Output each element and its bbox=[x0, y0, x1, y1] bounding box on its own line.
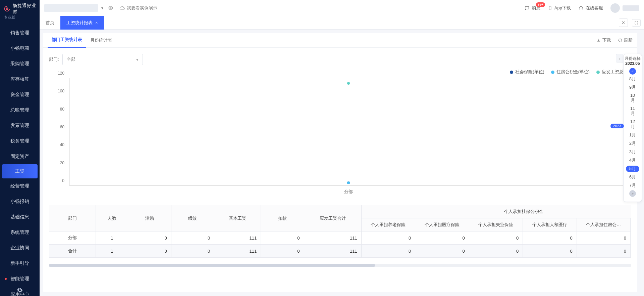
salary-table: 部门人数津贴绩效基本工资扣款应发工资合计个人承担社保公积金个人承担养老保险个人承… bbox=[49, 205, 631, 258]
sidebar-item[interactable]: 销售管理 bbox=[0, 25, 40, 41]
table-cell: 0 bbox=[361, 245, 415, 258]
legend-item[interactable]: 社会保险(单位) bbox=[510, 69, 544, 75]
sidebar-item-label: 发票管理 bbox=[10, 123, 29, 129]
sidebar-item-label: 企业协同 bbox=[10, 245, 29, 251]
sidebar-item[interactable]: 基础信息 bbox=[0, 209, 40, 225]
month-panel-current: 2023.05 bbox=[624, 61, 642, 66]
sidebar-item[interactable]: 发票管理 bbox=[0, 118, 40, 133]
table-cell: 0 bbox=[631, 245, 631, 258]
month-item[interactable]: 1月 bbox=[626, 132, 639, 138]
sidebar-item[interactable]: 总账管理 bbox=[0, 102, 40, 118]
download-button[interactable]: 下载 bbox=[596, 37, 611, 43]
sidebar-settings-icon[interactable] bbox=[17, 287, 23, 293]
legend-swatch-icon bbox=[596, 71, 600, 74]
sidebar-item[interactable]: 小畅报销 bbox=[0, 194, 40, 209]
month-item[interactable]: 12月 bbox=[626, 119, 639, 130]
y-tick: 0 bbox=[62, 178, 64, 183]
sidebar-item[interactable]: 税务管理 bbox=[0, 133, 40, 149]
chart: 社会保险(单位)住房公积金(单位)应发工资总额 020406080100120 … bbox=[49, 71, 631, 199]
month-item[interactable]: 2月 bbox=[626, 140, 639, 147]
refresh-button[interactable]: 刷新 bbox=[618, 37, 633, 43]
month-scroll-up[interactable]: « bbox=[629, 68, 636, 75]
org-selector[interactable]: ▾ bbox=[44, 4, 103, 12]
table-header-group: 个人承担社保公积金 bbox=[361, 205, 631, 218]
sidebar-item[interactable]: 系统管理 bbox=[0, 225, 40, 240]
month-item[interactable]: 7月 bbox=[626, 182, 639, 189]
demo-link-label: 我要看实例演示 bbox=[127, 5, 157, 11]
sidebar-item[interactable]: 小畅电商 bbox=[0, 41, 40, 56]
tab-close-all-icon[interactable]: ✕ bbox=[619, 18, 628, 27]
month-item[interactable]: 4月 bbox=[626, 157, 639, 164]
y-tick: 20 bbox=[60, 161, 64, 165]
sidebar-item-label: 系统管理 bbox=[10, 229, 29, 236]
sidebar-item[interactable]: 库存核算 bbox=[0, 72, 40, 87]
demo-link[interactable]: 我要看实例演示 bbox=[119, 5, 157, 11]
sidebar-item[interactable]: 工资 bbox=[2, 164, 38, 178]
month-item[interactable]: 6月 bbox=[626, 174, 639, 180]
brand-name: 畅捷通好业财 bbox=[13, 3, 36, 15]
month-item[interactable]: 11月 bbox=[626, 106, 639, 117]
page-tab-label: 首页 bbox=[46, 20, 54, 26]
app-download-label: App下载 bbox=[554, 5, 571, 11]
table-header: 绩效 bbox=[171, 205, 214, 231]
scrollbar-thumb[interactable] bbox=[49, 264, 375, 267]
month-item[interactable]: 3月 bbox=[626, 149, 639, 155]
table-cell: 0 bbox=[415, 245, 469, 258]
table-header: 人数 bbox=[96, 205, 128, 231]
fullscreen-icon[interactable] bbox=[632, 19, 641, 27]
table-cell: 0 bbox=[631, 231, 631, 245]
svg-point-1 bbox=[550, 9, 550, 9]
table-subheader: 个人承担失业保险 bbox=[469, 218, 523, 231]
online-service-button[interactable]: 在线客服 bbox=[578, 5, 603, 11]
y-tick: 80 bbox=[60, 107, 64, 112]
legend-item[interactable]: 住房公积金(单位) bbox=[551, 69, 590, 75]
dept-filter-label: 部门: bbox=[49, 56, 59, 62]
table-total-row: 合计1001110111000000 bbox=[49, 245, 632, 258]
table-cell: 合计 bbox=[49, 245, 96, 258]
sub-tab[interactable]: 部门工资统计表 bbox=[48, 33, 86, 48]
page-tabs: 首页工资统计报表× ✕ bbox=[40, 16, 644, 30]
online-service-label: 在线客服 bbox=[586, 5, 603, 11]
messages-badge: 99+ bbox=[536, 2, 545, 7]
horizontal-scrollbar[interactable] bbox=[49, 264, 631, 267]
table-header: 津贴 bbox=[128, 205, 171, 231]
page-tab[interactable]: 首页 bbox=[40, 16, 60, 30]
messages-button[interactable]: 消息 99+ bbox=[524, 5, 540, 11]
sidebar-item-label: 总账管理 bbox=[10, 107, 29, 113]
table-subheader: 个人承担大额医疗 bbox=[523, 218, 577, 231]
table-cell: 1 bbox=[96, 231, 128, 245]
gear-icon[interactable] bbox=[108, 5, 113, 11]
sub-tab[interactable]: 月份统计表 bbox=[86, 33, 116, 48]
sidebar-item-label: 智能管理 bbox=[10, 276, 29, 282]
month-item[interactable]: 10月 bbox=[626, 93, 639, 104]
month-item[interactable]: 9月 bbox=[626, 84, 639, 91]
notification-dot-icon bbox=[5, 278, 7, 280]
sidebar-item[interactable]: 新手引导 bbox=[0, 256, 40, 271]
table-cell: 0 bbox=[523, 245, 577, 258]
month-panel-collapse[interactable]: › bbox=[616, 54, 623, 62]
user-menu[interactable] bbox=[610, 3, 639, 13]
y-tick: 100 bbox=[58, 89, 64, 93]
table-header: 应发工资合计 bbox=[304, 205, 361, 231]
sidebar-item[interactable]: 企业协同 bbox=[0, 240, 40, 256]
sidebar-item[interactable]: 资金管理 bbox=[0, 87, 40, 102]
table-cell: 0 bbox=[171, 231, 214, 245]
sidebar-item[interactable]: 经营管理 bbox=[0, 178, 40, 194]
month-panel-title: 月份选择 bbox=[624, 56, 642, 61]
sidebar-item[interactable]: 智能管理 bbox=[0, 271, 40, 287]
table-cell: 111 bbox=[304, 231, 361, 245]
page-tab[interactable]: 工资统计报表× bbox=[60, 16, 104, 30]
table-row: 分部1001110111000000 bbox=[49, 231, 632, 245]
month-scroll-down[interactable]: » bbox=[629, 190, 636, 197]
month-item[interactable]: 5月 bbox=[626, 166, 639, 172]
sidebar-item[interactable]: 采购管理 bbox=[0, 56, 40, 72]
close-icon[interactable]: × bbox=[95, 20, 98, 25]
table-cell: 0 bbox=[577, 231, 630, 245]
table-cell: 0 bbox=[128, 231, 171, 245]
app-download-button[interactable]: App下载 bbox=[548, 5, 571, 11]
month-item[interactable]: 8月 bbox=[626, 76, 639, 82]
org-name-placeholder bbox=[44, 4, 98, 12]
sidebar-item[interactable]: 固定资产 bbox=[0, 149, 40, 164]
table-cell: 0 bbox=[577, 245, 630, 258]
dept-select[interactable]: 全部 ▾ bbox=[62, 54, 143, 65]
